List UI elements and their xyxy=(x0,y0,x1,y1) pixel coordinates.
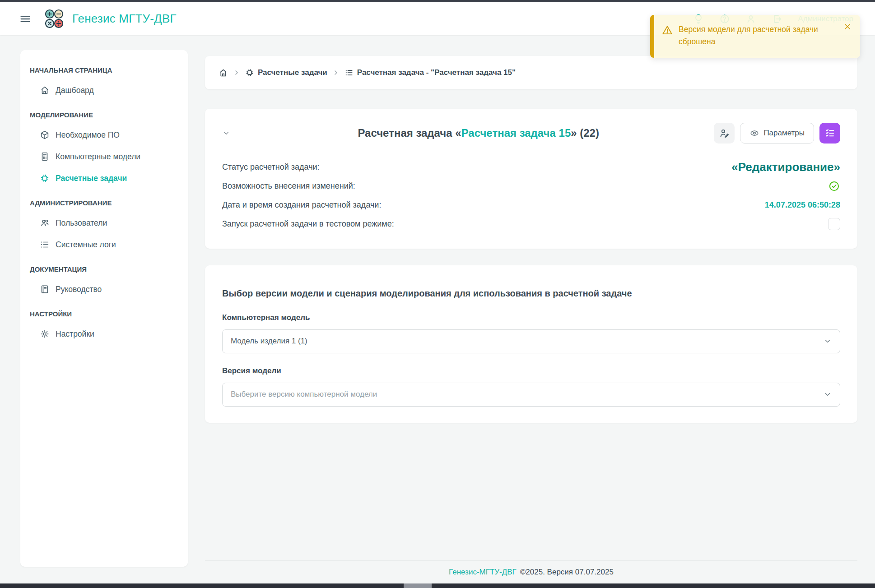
model-version-placeholder: Выберите версию компьютерной модели xyxy=(231,390,377,399)
sidebar-item-computational-tasks[interactable]: Расчетные задачи xyxy=(20,167,188,189)
sidebar-item-label: Расчетные задачи xyxy=(56,174,127,183)
breadcrumb-item-current-task[interactable]: Расчетная задача - "Расчетная задача 15" xyxy=(344,68,516,77)
created-value: 14.07.2025 06:50:28 xyxy=(765,200,840,210)
task-summary-card: Расчетная задача «Расчетная задача 15» (… xyxy=(205,109,857,249)
sidebar-item-label: Руководство xyxy=(56,285,102,294)
chip-icon xyxy=(245,68,254,77)
status-value: «Редактирование» xyxy=(731,160,840,174)
page-title-prefix: Расчетная задача « xyxy=(358,127,461,139)
sidebar-item-label: Пользователи xyxy=(56,218,107,228)
status-row: Статус расчетной задачи: «Редактирование… xyxy=(222,157,840,176)
cube-icon xyxy=(40,130,50,140)
app-title: Генезис МГТУ-ДВГ xyxy=(72,12,177,26)
calculator-icon xyxy=(40,152,50,162)
sidebar-item-computer-models[interactable]: Компьютерные модели xyxy=(20,146,188,167)
check-circle-icon xyxy=(828,180,840,192)
sidebar-item-label: Необходимое ПО xyxy=(56,130,120,140)
model-selection-card: Выбор версии модели и сценария моделиров… xyxy=(205,265,857,423)
footer-brand-link[interactable]: Генезис-МГТУ-ДВГ xyxy=(449,568,517,577)
page-title: Расчетная задача «Расчетная задача 15» (… xyxy=(243,127,714,139)
editable-label: Возможность внесения изменений: xyxy=(222,181,355,191)
sidebar-item-label: Настройки xyxy=(56,329,94,339)
sidebar-item-label: Системные логи xyxy=(56,240,116,250)
users-icon xyxy=(40,218,50,228)
sidebar-item-label: Дашбоард xyxy=(56,86,94,95)
warning-toast: Версия модели для расчетной задачи сброш… xyxy=(650,15,860,58)
created-label: Дата и время создания расчетной задачи: xyxy=(222,200,381,210)
app-logo-icon xyxy=(43,9,66,29)
log-list-icon xyxy=(40,240,50,250)
collapse-chevron-icon[interactable] xyxy=(222,129,243,137)
breadcrumb-home-icon[interactable] xyxy=(219,68,228,78)
sidebar-section-documentation: ДОКУМЕНТАЦИЯ xyxy=(20,260,188,278)
sidebar-item-users[interactable]: Пользователи xyxy=(20,212,188,234)
user-edit-icon xyxy=(719,128,730,139)
sidebar-section-administration: АДМИНИСТРИРОВАНИЕ xyxy=(20,194,188,212)
main-content: Расчетные задачи Расчетная задача - "Рас… xyxy=(205,35,857,583)
warning-triangle-icon xyxy=(661,24,673,36)
home-icon xyxy=(40,85,50,95)
eye-icon xyxy=(749,128,759,138)
footer-version-text: ©2025. Версия 07.07.2025 xyxy=(520,568,614,577)
sidebar-item-manual[interactable]: Руководство xyxy=(20,278,188,300)
sidebar-item-label: Компьютерные модели xyxy=(56,152,140,162)
test-mode-row: Запуск расчетной задачи в тестовом режим… xyxy=(222,214,840,233)
page-footer: Генезис-МГТУ-ДВГ ©2025. Версия 07.07.202… xyxy=(205,560,857,583)
chevron-right-icon xyxy=(233,69,240,76)
test-mode-label: Запуск расчетной задачи в тестовом режим… xyxy=(222,219,394,229)
computer-model-label: Компьютерная модель xyxy=(222,313,840,322)
toast-close-icon[interactable] xyxy=(842,21,853,32)
hamburger-menu-button[interactable] xyxy=(16,10,34,28)
scrollbar-thumb[interactable] xyxy=(404,583,432,588)
sidebar: НАЧАЛЬНАЯ СТРАНИЦА Дашбоард МОДЕЛИРОВАНИ… xyxy=(20,50,188,567)
sidebar-item-dashboard[interactable]: Дашбоард xyxy=(20,79,188,101)
gear-icon xyxy=(40,329,50,339)
breadcrumb: Расчетные задачи Расчетная задача - "Рас… xyxy=(205,56,857,89)
task-title-row: Расчетная задача «Расчетная задача 15» (… xyxy=(222,120,840,147)
chip-icon xyxy=(40,173,50,183)
breadcrumb-item-label: Расчетные задачи xyxy=(258,68,327,77)
model-version-select[interactable]: Выберите версию компьютерной модели xyxy=(222,383,840,407)
model-selection-heading: Выбор версии модели и сценария моделиров… xyxy=(222,288,840,299)
sidebar-section-modeling: МОДЕЛИРОВАНИЕ xyxy=(20,106,188,124)
breadcrumb-item-label: Расчетная задача - "Расчетная задача 15" xyxy=(357,68,516,77)
status-label: Статус расчетной задачи: xyxy=(222,162,320,172)
computer-model-selected-value: Модель изделия 1 (1) xyxy=(231,337,307,346)
assign-user-button[interactable] xyxy=(714,123,735,144)
checklist-icon xyxy=(824,128,835,139)
log-list-icon xyxy=(344,68,354,77)
editable-row: Возможность внесения изменений: xyxy=(222,176,840,195)
sidebar-item-system-logs[interactable]: Системные логи xyxy=(20,234,188,255)
sidebar-item-settings[interactable]: Настройки xyxy=(20,323,188,345)
sidebar-section-home: НАЧАЛЬНАЯ СТРАНИЦА xyxy=(20,61,188,79)
page-title-suffix: » (22) xyxy=(571,127,599,139)
parameters-button-label: Параметры xyxy=(763,129,805,138)
page-title-task-name: Расчетная задача 15 xyxy=(461,127,571,139)
book-icon xyxy=(40,284,50,294)
sidebar-section-settings: НАСТРОЙКИ xyxy=(20,305,188,323)
chevron-down-icon xyxy=(824,390,832,398)
parameters-button[interactable]: Параметры xyxy=(740,123,814,144)
checklist-button[interactable] xyxy=(819,123,840,144)
sidebar-item-required-software[interactable]: Необходимое ПО xyxy=(20,124,188,146)
breadcrumb-item-tasks[interactable]: Расчетные задачи xyxy=(245,68,327,77)
chevron-down-icon xyxy=(824,337,832,345)
bottom-scrollbar[interactable] xyxy=(0,583,875,588)
content-spacer xyxy=(205,423,857,560)
page-layout: НАЧАЛЬНАЯ СТРАНИЦА Дашбоард МОДЕЛИРОВАНИ… xyxy=(0,35,875,583)
chevron-right-icon xyxy=(332,69,340,76)
task-action-buttons: Параметры xyxy=(714,123,840,144)
created-row: Дата и время создания расчетной задачи: … xyxy=(222,195,840,214)
toast-message: Версия модели для расчетной задачи сброш… xyxy=(679,23,837,48)
test-mode-checkbox[interactable] xyxy=(828,218,840,230)
model-version-label: Версия модели xyxy=(222,366,840,375)
computer-model-select[interactable]: Модель изделия 1 (1) xyxy=(222,329,840,353)
